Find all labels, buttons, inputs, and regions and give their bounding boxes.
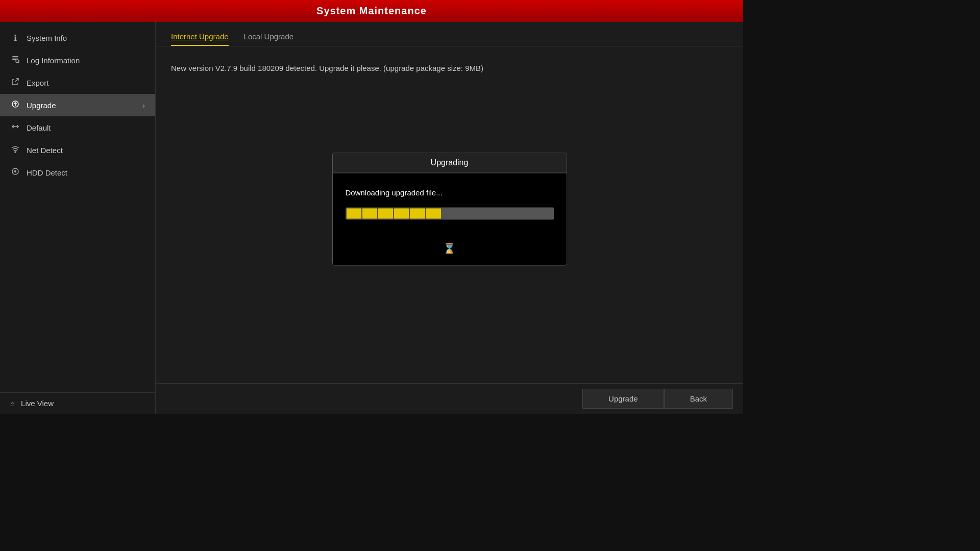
upgrade-arrow-icon: ›: [142, 101, 145, 110]
svg-line-5: [15, 79, 18, 82]
upgrade-icon: [10, 100, 20, 110]
title-bar: System Maintenance: [0, 0, 743, 22]
live-view-icon: ⌂: [10, 399, 15, 408]
svg-line-4: [18, 62, 19, 63]
svg-point-9: [15, 152, 16, 153]
hdd-detect-icon: [10, 167, 20, 178]
main-layout: ℹ System Info Log Information: [0, 22, 743, 414]
log-information-icon: [10, 55, 20, 65]
svg-point-3: [16, 60, 19, 63]
sidebar: ℹ System Info Log Information: [0, 22, 156, 414]
default-icon: [10, 122, 20, 133]
svg-rect-0: [12, 56, 18, 57]
upgrading-dialog: Upgrading Downloading upgraded file... ⌛: [332, 153, 567, 265]
sidebar-item-net-detect[interactable]: Net Detect: [0, 139, 155, 161]
title-text: System Maintenance: [316, 5, 427, 16]
sidebar-label-upgrade: Upgrade: [27, 101, 56, 110]
dialog-body: Downloading upgraded file...: [333, 173, 567, 235]
sidebar-label-log-information: Log Information: [27, 56, 80, 65]
sidebar-item-upgrade[interactable]: Upgrade ›: [0, 94, 155, 116]
content-area: New version V2.7.9 build 180209 detected…: [156, 46, 743, 383]
upgrade-button[interactable]: Upgrade: [582, 389, 664, 409]
live-view-label: Live View: [21, 399, 54, 408]
svg-rect-2: [12, 59, 16, 60]
sidebar-item-system-info[interactable]: ℹ System Info: [0, 27, 155, 49]
tab-internet-upgrade[interactable]: Internet Upgrade: [171, 32, 229, 46]
main-content: Internet Upgrade Local Upgrade New versi…: [156, 22, 743, 414]
net-detect-icon: [10, 145, 20, 155]
sidebar-item-hdd-detect[interactable]: HDD Detect: [0, 161, 155, 184]
dialog-footer: ⌛: [333, 235, 567, 265]
system-info-icon: ℹ: [10, 33, 20, 43]
sidebar-label-net-detect: Net Detect: [27, 146, 63, 155]
bottom-bar: Upgrade Back: [156, 383, 743, 414]
sidebar-label-export: Export: [27, 79, 48, 87]
tab-local-upgrade[interactable]: Local Upgrade: [244, 32, 294, 46]
sidebar-item-default[interactable]: Default: [0, 116, 155, 139]
dialog-title: Upgrading: [333, 153, 567, 173]
progress-bar: [346, 207, 554, 219]
svg-rect-1: [12, 58, 18, 59]
back-button[interactable]: Back: [664, 389, 733, 409]
downloading-text: Downloading upgraded file...: [346, 188, 554, 197]
sidebar-label-system-info: System Info: [27, 34, 67, 42]
sidebar-label-hdd-detect: HDD Detect: [27, 168, 67, 177]
sidebar-item-export[interactable]: Export: [0, 71, 155, 94]
tab-bar: Internet Upgrade Local Upgrade: [156, 22, 743, 46]
upgrade-message: New version V2.7.9 build 180209 detected…: [171, 62, 728, 75]
export-icon: [10, 78, 20, 88]
svg-point-11: [15, 171, 16, 172]
sidebar-label-default: Default: [27, 123, 51, 132]
live-view-button[interactable]: ⌂ Live View: [0, 392, 155, 414]
hourglass-icon: ⌛: [443, 243, 456, 254]
sidebar-item-log-information[interactable]: Log Information: [0, 49, 155, 71]
